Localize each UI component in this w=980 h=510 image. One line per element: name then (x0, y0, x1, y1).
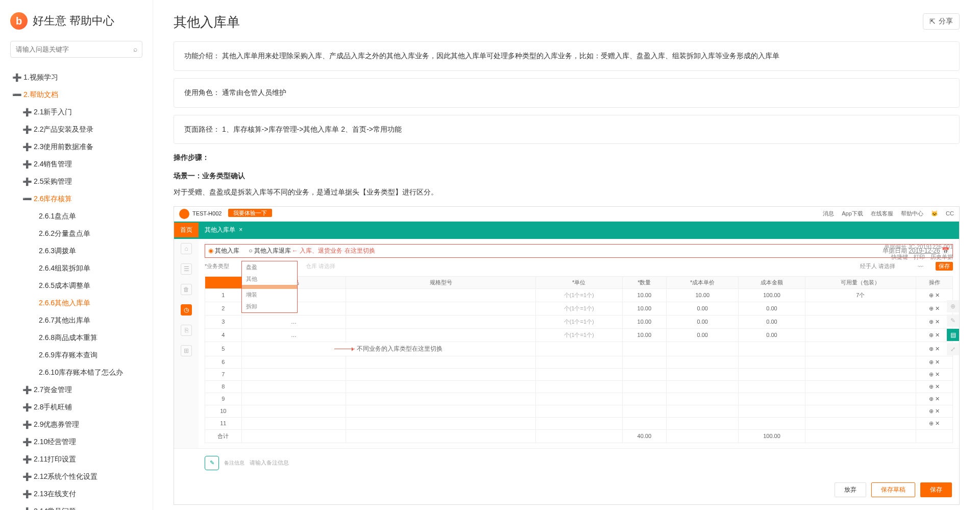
shot-link-user: CC (946, 210, 954, 216)
shot-experience-btn: 我要体验一下 (228, 209, 272, 217)
plus-icon: ➕ (22, 420, 30, 429)
nav-2-6-5[interactable]: 2.6.5成本调整单 (10, 277, 142, 295)
nav-video-learning[interactable]: ➕1.视频学习 (10, 69, 142, 86)
nav-2-1[interactable]: ➕2.1新手入门 (10, 104, 142, 121)
nav-2-7[interactable]: ➕2.7资金管理 (10, 381, 142, 399)
nav-2-10[interactable]: ➕2.10经营管理 (10, 433, 142, 451)
table-row: 7⊕ ✕ (205, 368, 953, 380)
path-card: 页面路径：1、库存核算->库存管理->其他入库单 2、首页->常用功能 (174, 115, 960, 144)
nav-2-9[interactable]: ➕2.9优惠券管理 (10, 416, 142, 433)
shot-avatar-icon: 🐱 (931, 210, 938, 216)
brand: b 好生意 帮助中心 (10, 12, 142, 30)
nav-help-docs[interactable]: ➖2.帮助文档 (10, 86, 142, 104)
shot-btn-save: 保存 (920, 482, 952, 497)
shot-form-row: *业务类型 盘盈 其他 增装 拆卸 *仓库 仓库 请选择 经手人 请选择 〰 (205, 262, 953, 271)
sidebar-icon-active: ◷ (181, 304, 192, 315)
plus-icon: ➕ (22, 403, 30, 412)
brand-text: 好生意 帮助中心 (33, 13, 114, 29)
table-row: 8⊕ ✕ (205, 380, 953, 393)
sidebar-icon: ⊞ (181, 345, 192, 356)
plus-icon: ➕ (22, 507, 30, 510)
nav-2-6-7[interactable]: 2.6.7其他出库单 (10, 312, 142, 329)
nav-2-6-4[interactable]: 2.6.4组装拆卸单 (10, 260, 142, 277)
minus-icon: ➖ (22, 195, 30, 204)
search-input[interactable] (10, 41, 142, 58)
share-button[interactable]: ⇱ 分享 (923, 13, 960, 30)
shot-link-msg: 消息 (823, 210, 834, 216)
table-total-row: 合计40.00100.00 (205, 429, 953, 443)
table-row: 2…个(1个=1个)10.000.000.00⊕ ✕ (205, 302, 953, 315)
plus-icon: ➕ (22, 385, 30, 395)
share-icon: ⇱ (929, 17, 936, 26)
nav-2-6-6[interactable]: 2.6.6其他入库单 (10, 295, 142, 312)
nav-2-6-8[interactable]: 2.6.8商品成本重算 (10, 329, 142, 347)
nav-2-13[interactable]: ➕2.13在线支付 (10, 485, 142, 503)
shot-biz-dropdown: 盘盈 其他 增装 拆卸 (241, 261, 298, 313)
plus-icon: ➕ (22, 142, 30, 152)
plus-icon: ➕ (22, 108, 30, 117)
nav-2-11[interactable]: ➕2.11打印设置 (10, 451, 142, 468)
shot-logo-icon (179, 209, 189, 219)
intro-card: 功能介绍：其他入库单用来处理除采购入库、产成品入库之外的其他入库业务，因此其他入… (174, 41, 960, 71)
shot-btn-discard: 放弃 (835, 482, 866, 497)
nav-2-5[interactable]: ➕2.5采购管理 (10, 173, 142, 190)
close-icon: × (237, 226, 242, 233)
table-row: 9⊕ ✕ (205, 393, 953, 405)
remark-icon: ✎ (205, 456, 219, 470)
table-row: 5不同业务的入库类型在这里切换⊕ ✕ (205, 342, 953, 356)
plus-icon: ➕ (22, 455, 30, 464)
table-row: 3…个(1个=1个)10.000.000.00⊕ ✕ (205, 315, 953, 328)
sidebar-icon: ⎘ (181, 325, 192, 336)
shot-radio-row: ◉ 其他入库 ○ 其他入库退库 ← 入库、退货业务 在这里切换 单据日期 201… (205, 244, 953, 258)
plus-icon: ➕ (22, 160, 30, 169)
plus-icon: ➕ (22, 125, 30, 134)
plus-icon: ➕ (22, 438, 30, 447)
shot-bottom-buttons: 放弃 保存草稿 保存 (174, 477, 959, 504)
steps-title: 操作步骤： (174, 153, 960, 162)
shot-btn-draft: 保存草稿 (871, 482, 915, 497)
table-row: 10⊕ ✕ (205, 405, 953, 417)
shot-link-help: 帮助中心 (901, 210, 923, 216)
nav-2-3[interactable]: ➕2.3使用前数据准备 (10, 138, 142, 156)
minus-icon: ➖ (12, 90, 19, 100)
nav-2-2[interactable]: ➕2.2产品安装及登录 (10, 121, 142, 138)
plus-icon: ➕ (22, 490, 30, 499)
plus-icon: ➕ (22, 472, 30, 481)
nav-2-6-9[interactable]: 2.6.9库存账本查询 (10, 347, 142, 364)
shot-link-app: App下载 (842, 210, 863, 216)
nav-2-6[interactable]: ➖2.6库存核算 (10, 190, 142, 208)
table-row: 6⊕ ✕ (205, 356, 953, 368)
scene1-desc: 对于受赠、盘盈或是拆装入库等不同的业务，是通过单据头【业务类型】进行区分。 (174, 186, 960, 199)
table-row: 1…个(1个=1个)10.0010.00100.007个⊕ ✕ (205, 288, 953, 302)
nav-2-8[interactable]: ➕2.8手机旺铺 (10, 399, 142, 416)
role-card: 使用角色：通常由仓管人员维护 (174, 78, 960, 108)
sidebar-icon: ☰ (181, 263, 192, 275)
table-row: 11⊕ ✕ (205, 417, 953, 429)
plus-icon: ➕ (22, 177, 30, 186)
nav-2-6-1[interactable]: 2.6.1盘点单 (10, 208, 142, 225)
page-title: 其他入库单 (174, 13, 240, 31)
shot-icon-sidebar: ⌂ ☰ 🗑 ◷ ⎘ ⊞ (174, 239, 199, 448)
brand-logo: b (10, 12, 28, 30)
shot-link-cs: 在线客服 (871, 210, 893, 216)
shot-top-menu: TEST-H002 我要体验一下 消息 App下载 在线客服 帮助中心 🐱 CC (174, 207, 959, 222)
nav-2-14[interactable]: ➕2.14常见问题 (10, 503, 142, 510)
shot-tab-header: 首页 其他入库单 × (174, 222, 959, 239)
search-icon[interactable]: ⌕ (133, 45, 137, 53)
annotation-1: ← 入库、退货业务 在这里切换 (292, 247, 375, 255)
nav-2-6-3[interactable]: 2.6.3调拨单 (10, 242, 142, 260)
sidebar-icon: 🗑 (181, 284, 192, 295)
table-row: 4…个(1个=1个)10.000.000.00⊕ ✕ (205, 328, 953, 342)
shot-remark: ✎ 备注信息 请输入备注信息 (174, 448, 959, 477)
nav-2-12[interactable]: ➕2.12系统个性化设置 (10, 468, 142, 485)
plus-icon: ➕ (12, 73, 19, 82)
nav-2-6-2[interactable]: 2.6.2分量盘点单 (10, 225, 142, 242)
search-box: ⌕ (10, 41, 142, 58)
embedded-screenshot: TEST-H002 我要体验一下 消息 App下载 在线客服 帮助中心 🐱 CC… (174, 206, 960, 505)
nav-2-4[interactable]: ➕2.4销售管理 (10, 156, 142, 173)
shot-table: 商品规格型号*单位*数量*成本单价成本金额可用量（包装）操作 1…个(1个=1个… (205, 276, 953, 443)
scene1-title: 场景一：业务类型确认 (174, 172, 960, 181)
nav-2-6-10[interactable]: 2.6.10库存账本错了怎么办 (10, 364, 142, 381)
sidebar-icon: ⌂ (181, 243, 192, 254)
shot-right-strip: ⊕✎▤⤢ (947, 300, 959, 357)
